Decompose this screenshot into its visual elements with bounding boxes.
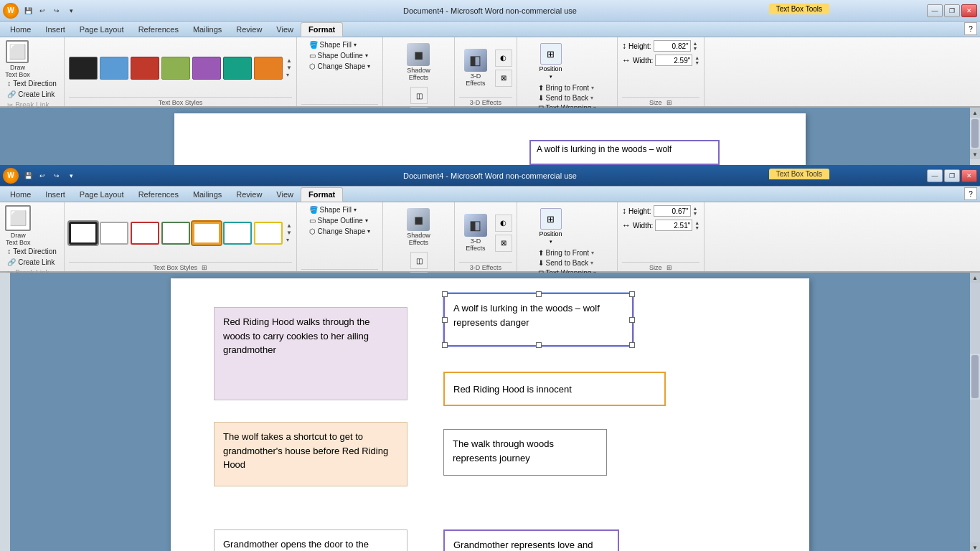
scroll-down-1[interactable]: ▼ xyxy=(970,149,980,159)
shape-fill-btn-2[interactable]: 🪣 Shape Fill ▾ xyxy=(306,205,374,215)
text-direction-btn-1[interactable]: ↕ Text Direction xyxy=(5,79,59,88)
swatch-expand-1[interactable]: ▾ xyxy=(286,72,292,78)
minimize-btn-2[interactable]: — xyxy=(927,169,943,182)
threed-nudge-btn-1[interactable]: ⊠ xyxy=(495,70,512,87)
scroll-thumb-1[interactable] xyxy=(971,119,979,148)
tab-format-2[interactable]: Format xyxy=(301,187,343,202)
tab-review-1[interactable]: Review xyxy=(229,22,269,37)
height-up-1[interactable]: ▲ xyxy=(693,41,698,46)
height-input-2[interactable] xyxy=(654,205,691,217)
restore-btn-2[interactable]: ❐ xyxy=(944,169,960,182)
shadow-toggle-btn-2[interactable]: ◫ xyxy=(410,252,428,269)
tab-mailings-1[interactable]: Mailings xyxy=(186,22,229,37)
swatch-up-1[interactable]: ▲ xyxy=(286,57,292,64)
shape-outline-btn-1[interactable]: ▭ Shape Outline ▾ xyxy=(306,51,374,60)
scroll-up-2[interactable]: ▲ xyxy=(970,273,980,283)
create-link-btn-2[interactable]: 🔗 Create Link xyxy=(5,258,59,267)
swatch-blue-1[interactable] xyxy=(100,57,128,80)
draw-textbox-icon-2[interactable]: ⬜ xyxy=(5,205,31,231)
undo-btn-2[interactable]: ↩ xyxy=(36,169,49,182)
tab-view-2[interactable]: View xyxy=(269,187,301,202)
tab-references-1[interactable]: References xyxy=(131,22,186,37)
width-down-2[interactable]: ▼ xyxy=(694,225,699,230)
swatch-thin-2[interactable] xyxy=(100,222,128,245)
size-expand-icon-2[interactable]: ⊞ xyxy=(666,264,672,271)
bring-front-btn-2[interactable]: ⬆ Bring to Front ▾ xyxy=(536,248,599,258)
width-up-2[interactable]: ▲ xyxy=(694,220,699,225)
save-btn-2[interactable]: 💾 xyxy=(22,169,34,182)
threed-effects-btn-2[interactable]: ◧ 3-DEffects xyxy=(459,211,492,255)
width-up-1[interactable]: ▲ xyxy=(694,55,699,60)
swatch-selected-2[interactable] xyxy=(69,222,98,245)
create-link-btn-1[interactable]: 🔗 Create Link xyxy=(5,90,59,99)
doc-textbox-4[interactable]: A wolf is lurking in the woods – wolf re… xyxy=(443,293,633,347)
height-down-1[interactable]: ▼ xyxy=(693,46,698,51)
tab-home-1[interactable]: Home xyxy=(3,22,38,37)
shape-outline-btn-2[interactable]: ▭ Shape Outline ▾ xyxy=(306,216,374,225)
tab-format-1[interactable]: Format xyxy=(301,22,343,37)
doc-textbox-1[interactable]: Red Riding Hood walks through the woods … xyxy=(214,307,407,400)
close-btn-1[interactable]: ✕ xyxy=(961,4,977,17)
position-btn-2[interactable]: ⊞ Position▾ xyxy=(536,205,566,248)
change-shape-btn-2[interactable]: ⬡ Change Shape ▾ xyxy=(306,227,374,236)
swatch-green-border-2[interactable] xyxy=(161,222,190,245)
styles-expand-icon-2[interactable]: ⊞ xyxy=(202,264,207,271)
swatch-down-1[interactable]: ▼ xyxy=(286,65,292,71)
swatch-yellow-border-2[interactable] xyxy=(254,222,283,245)
swatch-teal-border-2[interactable] xyxy=(223,222,252,245)
change-shape-btn-1[interactable]: ⬡ Change Shape ▾ xyxy=(306,62,374,71)
swatch-teal-1[interactable] xyxy=(223,57,252,80)
shadow-effects-btn-2[interactable]: ◼ ShadowEffects xyxy=(402,205,435,249)
shape-fill-btn-1[interactable]: 🪣 Shape Fill ▾ xyxy=(306,40,374,50)
width-down-1[interactable]: ▼ xyxy=(694,60,699,65)
tab-insert-2[interactable]: Insert xyxy=(38,187,72,202)
close-btn-2[interactable]: ✕ xyxy=(961,169,977,182)
undo-btn-1[interactable]: ↩ xyxy=(36,4,49,17)
tab-view-1[interactable]: View xyxy=(269,22,301,37)
size-expand-icon-1[interactable]: ⊞ xyxy=(666,99,672,106)
tab-insert-1[interactable]: Insert xyxy=(38,22,72,37)
swatch-black-1[interactable] xyxy=(69,57,98,80)
swatch-down-2[interactable]: ▼ xyxy=(286,230,292,236)
tab-pagelayout-2[interactable]: Page Layout xyxy=(72,187,131,202)
threed-color-btn-1[interactable]: ◐ xyxy=(495,50,512,67)
tab-review-2[interactable]: Review xyxy=(229,187,269,202)
swatch-purple-1[interactable] xyxy=(192,57,221,80)
bring-front-btn-1[interactable]: ⬆ Bring to Front ▾ xyxy=(536,83,599,93)
swatch-expand-2[interactable]: ▾ xyxy=(286,237,292,243)
text-direction-btn-2[interactable]: ↕ Text Direction xyxy=(5,247,59,256)
swatch-orange-1[interactable] xyxy=(254,57,283,80)
draw-textbox-icon-1[interactable]: ⬜ xyxy=(6,40,29,63)
threed-nudge-btn-2[interactable]: ⊠ xyxy=(495,235,512,252)
scroll-up-1[interactable]: ▲ xyxy=(970,108,980,118)
tab-home-2[interactable]: Home xyxy=(3,187,38,202)
redo-btn-2[interactable]: ↪ xyxy=(50,169,63,182)
doc-page-2[interactable]: Red Riding Hood walks through the woods … xyxy=(171,278,809,551)
threed-effects-btn-1[interactable]: ◧ 3-DEffects xyxy=(459,46,492,90)
send-back-btn-1[interactable]: ⬇ Send to Back ▾ xyxy=(536,93,599,103)
doc-textbox-2[interactable]: The wolf takes a shortcut to get to gran… xyxy=(214,422,407,486)
swatch-red-1[interactable] xyxy=(131,57,159,80)
qa-dropdown-1[interactable]: ▾ xyxy=(65,4,77,17)
height-input-1[interactable] xyxy=(654,40,691,52)
restore-btn-1[interactable]: ❐ xyxy=(944,4,960,17)
help-btn-1[interactable]: ? xyxy=(964,22,977,35)
swatch-up-2[interactable]: ▲ xyxy=(286,222,292,229)
swatch-olive-1[interactable] xyxy=(161,57,190,80)
save-btn-1[interactable]: 💾 xyxy=(22,4,34,17)
scroll-thumb-2[interactable] xyxy=(971,355,979,398)
doc-textbox-7[interactable]: Grandmother represents love and xyxy=(443,529,619,551)
height-up-2[interactable]: ▲ xyxy=(693,206,698,211)
width-input-1[interactable] xyxy=(655,55,692,66)
scroll-down-2[interactable]: ▼ xyxy=(970,542,980,551)
swatch-orange-selected-2[interactable] xyxy=(192,222,221,245)
tab-pagelayout-1[interactable]: Page Layout xyxy=(72,22,131,37)
shadow-toggle-btn-1[interactable]: ◫ xyxy=(410,87,428,104)
send-back-btn-2[interactable]: ⬇ Send to Back ▾ xyxy=(536,258,599,268)
redo-btn-1[interactable]: ↪ xyxy=(50,4,63,17)
help-btn-2[interactable]: ? xyxy=(964,187,977,200)
shadow-effects-btn-1[interactable]: ◼ ShadowEffects xyxy=(402,40,435,84)
tab-mailings-2[interactable]: Mailings xyxy=(186,187,229,202)
doc-textbox-3[interactable]: Grandmother opens the door to the xyxy=(214,529,407,551)
width-input-2[interactable] xyxy=(655,220,692,231)
